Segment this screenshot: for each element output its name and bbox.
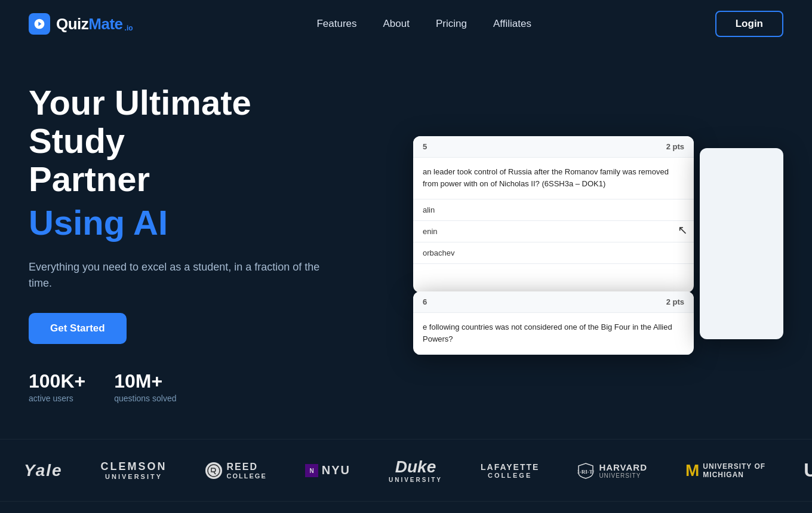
stat-questions: 10M+ questions solved (114, 370, 176, 403)
svg-text:VE-RI-TAS: VE-RI-TAS (577, 469, 594, 475)
hero-title: Your Ultimate Study Partner (29, 84, 339, 198)
umich-text: UNIVERSITY OF (703, 462, 765, 471)
logo-icon (29, 13, 50, 35)
logo-duke: Duke UNIVERSITY (389, 457, 442, 483)
clemson-text: CLEMSON (101, 460, 167, 473)
logo[interactable]: QuizMate .io (29, 13, 133, 35)
logo-umich: M UNIVERSITY OF MICHIGAN (685, 461, 765, 480)
nyu-text: NYU (322, 463, 350, 477)
reed-text: REED (227, 462, 267, 472)
stat-questions-label: questions solved (114, 394, 176, 403)
logo-clemson: CLEMSON UNIVERSITY (101, 460, 167, 480)
quiz-card-2-pts: 2 pts (666, 297, 684, 306)
logo-reed: REED COLLEGE (205, 462, 267, 480)
svg-point-0 (208, 465, 220, 477)
nav-about[interactable]: About (373, 13, 420, 35)
get-started-button[interactable]: Get Started (29, 313, 127, 344)
hero-left: Your Ultimate Study Partner Using AI Eve… (29, 84, 339, 403)
logo-yale: Yale (24, 461, 63, 480)
clemson-sub: UNIVERSITY (101, 473, 167, 480)
logos-inner: Yale CLEMSON UNIVERSITY REED COLLEGE (0, 457, 812, 483)
quiz-preview: 5 2 pts an leader took control of Russia… (413, 136, 783, 351)
harvard-shield-icon: VE-RI-TAS (577, 462, 594, 479)
svg-text:N: N (309, 468, 313, 474)
hero-title-line2: Partner (29, 159, 150, 198)
nav-right: Login (715, 11, 783, 37)
quiz-card-1-header: 5 2 pts (413, 136, 694, 158)
hero-ai-text: Using AI (29, 202, 339, 242)
duke-sub: UNIVERSITY (389, 477, 442, 483)
stat-users-number: 100K+ (29, 370, 85, 392)
quiz-option-1[interactable]: alin (413, 199, 694, 221)
logo-lafayette: LAFAYETTE COLLEGE (481, 462, 539, 479)
yale-text: Yale (24, 461, 63, 480)
logo-harvard: VE-RI-TAS HARVARD UNIVERSITY (577, 462, 647, 479)
stat-questions-number: 10M+ (114, 370, 176, 392)
quiz-card-2: 6 2 pts e following countries was not co… (413, 291, 694, 355)
navbar: QuizMate .io Features About Pricing Affi… (0, 0, 812, 48)
hero-subtitle: Everything you need to excel as a studen… (29, 259, 339, 291)
quiz-option-2[interactable]: enin (413, 221, 694, 242)
hero-title-line1: Your Ultimate Study (29, 83, 251, 160)
quiz-side-panel (700, 148, 783, 339)
login-button[interactable]: Login (715, 11, 783, 37)
stats-container: 100K+ active users 10M+ questions solved (29, 370, 339, 403)
logo-quiz-text: Quiz (56, 15, 88, 33)
stat-users: 100K+ active users (29, 370, 85, 403)
reed-icon (205, 462, 222, 479)
quiz-option-3[interactable]: orbachev (413, 242, 694, 264)
quiz-card-2-num: 6 (423, 297, 427, 306)
logo-nyu: N NYU (305, 463, 350, 477)
quiz-card-1-pts: 2 pts (666, 142, 684, 151)
hero-section: Your Ultimate Study Partner Using AI Eve… (0, 48, 812, 427)
logos-strip: Yale CLEMSON UNIVERSITY REED COLLEGE (0, 439, 812, 502)
partial-text: U (804, 459, 812, 481)
harvard-sub: UNIVERSITY (599, 472, 647, 479)
nav-pricing[interactable]: Pricing (425, 13, 478, 35)
harvard-text: HARVARD (599, 462, 647, 472)
stat-users-label: active users (29, 394, 85, 403)
quiz-option-empty (413, 264, 694, 293)
nav-features[interactable]: Features (306, 13, 367, 35)
nyu-icon: N (305, 464, 318, 477)
umich-m: M (685, 461, 699, 480)
logo-mate-text: Mate (88, 15, 122, 33)
reed-sub: COLLEGE (227, 472, 267, 480)
quiz-card-2-header: 6 2 pts (413, 291, 694, 313)
nav-affiliates[interactable]: Affiliates (482, 13, 542, 35)
logo-partial: U (804, 459, 812, 481)
logo-io-text: .io (125, 24, 133, 32)
lafayette-text: LAFAYETTE (481, 462, 539, 472)
lafayette-sub: COLLEGE (481, 472, 539, 479)
duke-text: Duke (389, 457, 442, 477)
quiz-card-1: 5 2 pts an leader took control of Russia… (413, 136, 694, 293)
umich-sub: MICHIGAN (703, 471, 765, 479)
quiz-card-1-question: an leader took control of Russia after t… (413, 158, 694, 200)
quiz-card-1-num: 5 (423, 142, 427, 151)
quiz-card-2-question: e following countries was not considered… (413, 313, 694, 355)
nav-links: Features About Pricing Affiliates (306, 13, 542, 35)
